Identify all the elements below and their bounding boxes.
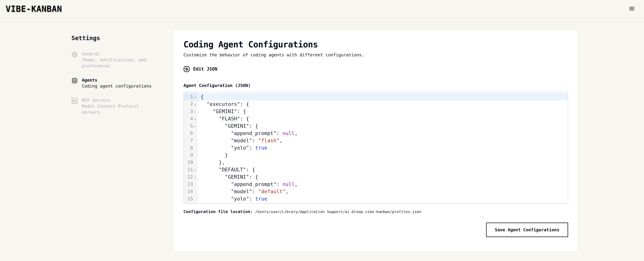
sidebar-item-description: Coding agent configurations (82, 83, 159, 89)
config-file-location-path: /Users/user/Library/Application Support/… (255, 209, 421, 214)
line-number-value: 5 (190, 123, 193, 129)
code-line[interactable]: "yolo": true (197, 144, 568, 151)
sidebar-item-mcp-servers[interactable]: MCP ServersModel Context Protocol server… (72, 97, 159, 115)
code-line[interactable]: "model": "default", (197, 188, 568, 195)
line-number[interactable]: 2⌄ (184, 100, 197, 108)
sidebar-item-description: Model Context Protocol servers (82, 103, 159, 115)
line-number: 15⌄ (184, 195, 197, 202)
token-default: "yolo": (200, 145, 255, 151)
line-number: 9⌄ (184, 151, 197, 159)
fold-chevron-icon[interactable]: ⌄ (193, 174, 197, 178)
line-number[interactable]: 12⌄ (184, 173, 197, 180)
token-default: "GEMINI": { (200, 108, 246, 114)
line-number-value: 15 (188, 196, 193, 201)
token-string: "flash" (258, 138, 280, 143)
code-line[interactable]: "DEFAULT": { (197, 166, 568, 173)
token-default: "append_prompt": (200, 181, 282, 187)
edit-json-toggle-row: Edit JSON (184, 66, 568, 72)
line-number-value: 2 (190, 101, 193, 107)
line-number: 7⌄ (184, 137, 197, 144)
token-default: "FLASH": { (200, 116, 249, 122)
token-default: "yolo": (200, 196, 255, 202)
line-number: 13⌄ (184, 180, 197, 188)
line-number-value: 6 (190, 131, 193, 136)
fold-chevron-icon[interactable]: ⌄ (193, 102, 197, 106)
sidebar-item-text: GeneralTheme, notifications, and prefere… (82, 51, 159, 69)
token-string: "default" (258, 189, 286, 194)
sidebar-item-agents[interactable]: AgentsCoding agent configurations (72, 77, 159, 89)
edit-json-toggle[interactable] (184, 66, 190, 72)
sidebar-item-text: MCP ServersModel Context Protocol server… (82, 97, 159, 115)
token-default: "DEFAULT": { (200, 167, 255, 172)
line-number[interactable]: 3⌄ (184, 108, 197, 115)
cpu-icon (72, 78, 78, 84)
fold-chevron-icon[interactable]: ⌄ (193, 109, 197, 113)
editor-content[interactable]: { "executors": { "GEMINI": { "FLASH": { … (197, 92, 568, 203)
sidebar-item-label: MCP Servers (82, 97, 159, 103)
sidebar-item-general[interactable]: GeneralTheme, notifications, and prefere… (72, 51, 159, 69)
page-subtitle: Customize the behavior of coding agents … (184, 53, 568, 57)
code-line[interactable]: "yolo": true (197, 195, 568, 202)
fold-chevron-icon[interactable]: ⌄ (193, 123, 197, 128)
line-number[interactable]: 4⌄ (184, 115, 197, 122)
token-default: , (294, 181, 298, 187)
token-default: , (294, 130, 298, 136)
line-number: 14⌄ (184, 188, 197, 195)
line-number-value: 12 (188, 174, 193, 180)
token-null: null (282, 130, 294, 136)
fold-chevron-icon[interactable]: ⌄ (193, 94, 197, 98)
line-number-value: 11 (188, 167, 193, 172)
line-number[interactable]: 11⌄ (184, 166, 197, 173)
app-header: VIBE-KANBAN (0, 0, 644, 18)
sidebar-item-label: Agents (82, 77, 159, 83)
json-code-editor[interactable]: 1⌄2⌄3⌄4⌄5⌄6⌄7⌄8⌄9⌄10⌄11⌄12⌄13⌄14⌄15⌄ { "… (184, 92, 568, 204)
token-default: } (200, 152, 228, 158)
token-default: , (286, 189, 288, 194)
sidebar-title: Settings (72, 35, 159, 42)
token-default: }, (200, 159, 225, 165)
token-default: "model": (200, 189, 258, 194)
code-line[interactable]: { (197, 93, 568, 100)
sidebar-item-text: AgentsCoding agent configurations (82, 77, 159, 89)
line-number-value: 7 (190, 138, 193, 143)
code-line[interactable]: "append_prompt": null, (197, 180, 568, 188)
code-line[interactable]: "GEMINI": { (197, 173, 568, 180)
line-number[interactable]: 1⌄ (184, 93, 197, 100)
token-default: "append_prompt": (200, 130, 282, 136)
line-number: 8⌄ (184, 144, 197, 151)
server-icon (72, 98, 78, 104)
hamburger-menu-button[interactable] (628, 5, 636, 13)
line-number-value: 10 (188, 160, 193, 165)
code-line[interactable]: } (197, 151, 568, 159)
code-line[interactable]: "model": "flash", (197, 137, 568, 144)
line-number-value: 13 (188, 181, 193, 187)
sidebar-item-description: Theme, notifications, and preferences (82, 57, 159, 69)
code-line[interactable]: "GEMINI": { (197, 122, 568, 130)
token-default: , (280, 138, 282, 143)
line-number: 6⌄ (184, 130, 197, 137)
fold-chevron-icon[interactable]: ⌄ (193, 167, 197, 171)
line-number[interactable]: 5⌄ (184, 122, 197, 130)
gear-icon (72, 51, 78, 58)
code-line[interactable]: "FLASH": { (197, 115, 568, 122)
agents-settings-panel: Coding Agent Configurations Customize th… (174, 31, 578, 251)
code-line[interactable]: "append_prompt": null, (197, 130, 568, 137)
save-agent-configurations-button[interactable]: Save Agent Configurations (486, 222, 568, 237)
hamburger-icon (629, 6, 635, 12)
line-number: 10⌄ (184, 159, 197, 166)
line-number-value: 3 (190, 109, 193, 114)
token-bool: true (255, 196, 267, 202)
save-row: Save Agent Configurations (184, 222, 568, 237)
code-line[interactable]: "GEMINI": { (197, 108, 568, 115)
config-file-location-label: Configuration file location: (184, 209, 253, 214)
fold-chevron-icon[interactable]: ⌄ (193, 116, 197, 120)
config-file-location: Configuration file location: /Users/user… (184, 209, 568, 214)
token-bool: true (255, 145, 267, 151)
line-number-value: 9 (190, 152, 193, 158)
token-default: "model": (200, 138, 258, 143)
code-line[interactable]: }, (197, 159, 568, 166)
code-line[interactable]: "executors": { (197, 100, 568, 108)
edit-json-label: Edit JSON (193, 67, 218, 72)
page-title: Coding Agent Configurations (184, 39, 568, 50)
token-default: "GEMINI": { (200, 174, 258, 180)
